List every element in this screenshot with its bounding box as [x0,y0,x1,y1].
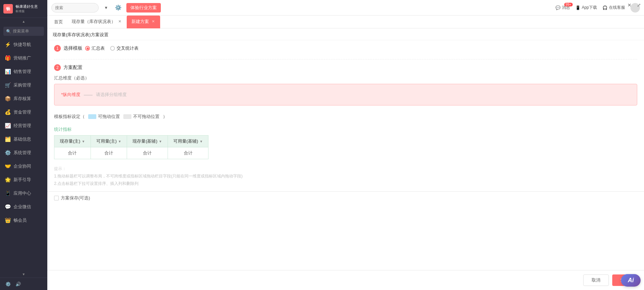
indicator-settings-section: 模板指标设定（ 可拖动位置 不可拖动位置 ） [47,114,644,126]
app-download-button[interactable]: 📱 App下载 [575,5,597,10]
sidebar-item-basic-info[interactable]: 🗂️ 基础信息 [0,132,47,146]
message-button[interactable]: 💬 消息 99+ [555,5,570,10]
sidebar-search-item[interactable]: 🔍 搜索菜单 [3,27,44,36]
sidebar-item-purchase[interactable]: 🛒 采购管理 [0,78,47,92]
sidebar-scroll-down[interactable]: ▼ [0,271,47,277]
tips-section: 提示： 1.拖动标题栏可以调整布局，不可跨维度或指标区域拖动栏目字段(只能在同一… [47,163,644,191]
section2-header: 2 方案配置 [54,64,637,71]
col-current-aux[interactable]: 现存量(基辅) ▼ [127,136,168,147]
topbar: ▼ ⚙️ 体验行业方案 💬 消息 99+ 📱 App下载 🎧 在线客服 [47,0,644,16]
statistics-section: 统计指标 现存量(主) ▼ 可用量 [47,126,644,163]
stats-table-header-row: 现存量(主) ▼ 可用量(主) ▼ [54,136,208,147]
sidebar-nav: 🔍 搜索菜单 ⚡ 快捷导航 🎁 营销推广 📊 销售管理 🛒 采购管理 📦 库存核… [0,25,47,271]
section2-title: 方案配置 [64,65,82,71]
topbar-dropdown-button[interactable]: ▼ [102,4,110,12]
tip-item-1: 1.拖动标题栏可以调整布局，不可跨维度或指标区域拖动栏目字段(只能在同一维度或指… [54,173,637,179]
radio-summary-circle [85,46,90,51]
content-area: 现存量(库存状况表)方案设置 1 选择模板 汇总表 交叉统计表 [47,28,644,270]
bottom-action-bar: 取消 查询 [47,270,644,290]
stats-cell-0: 合计 [54,147,91,159]
col-current-main[interactable]: 现存量(主) ▼ [54,136,91,147]
app-center-icon: 📱 [5,190,11,196]
section-plan-config: 2 方案配置 汇总维度（必选） *纵向维度 —— 请选择分组维度 [47,59,644,114]
dim-required-label: *纵向维度 [61,92,80,98]
system-icon: ⚙️ [5,150,11,156]
expand-window-icon[interactable]: ⤢ [635,1,643,9]
sidebar-item-sales[interactable]: 📊 销售管理 [0,65,47,78]
sidebar-item-system[interactable]: ⚙️ 系统管理 [0,146,47,160]
tab-new-plan[interactable]: 新建方案 ✕ [127,16,160,28]
dim-placeholder-text: 请选择分组维度 [96,92,127,98]
stats-cell-3: 合计 [168,147,208,159]
dim-section-label: 汇总维度（必选） [54,75,637,81]
tab-inventory-status[interactable]: 现存量（库存状况表） ✕ [67,16,127,28]
message-icon: 💬 [555,5,561,10]
tabs-bar: 首页 现存量（库存状况表） ✕ 新建方案 ✕ [47,16,644,28]
indicator-settings-label: 模板指标设定（ 可拖动位置 不可拖动位置 ） [54,114,637,120]
tab-new-plan-close-icon[interactable]: ✕ [151,19,155,24]
section1-title: 选择模板 [64,45,82,51]
non-draggable-position-indicator [123,114,131,119]
checkbox-box [54,196,59,200]
main-content: ▼ ⚙️ 体验行业方案 💬 消息 99+ 📱 App下载 🎧 在线客服 首页 [47,0,644,290]
sidebar-item-app-center[interactable]: 📱 应用中心 [0,187,47,200]
radio-summary-table[interactable]: 汇总表 [85,45,105,51]
template-radio-group: 汇总表 交叉统计表 [85,45,139,51]
sidebar-item-inventory[interactable]: 📦 库存核算 [0,92,47,105]
stats-cell-2: 合计 [127,147,168,159]
topbar-settings-icon[interactable]: ⚙️ [114,3,123,13]
tips-title-text: 提示： [54,166,637,172]
sales-icon: 📊 [5,69,11,75]
stats-table: 现存量(主) ▼ 可用量(主) ▼ [54,135,208,159]
finance-icon: 💰 [5,109,11,115]
sidebar-scroll-up[interactable]: ▲ [0,18,47,25]
col-available-aux[interactable]: 可用量(基辅) ▼ [168,136,208,147]
tip-item-2: 2.点击标题栏下拉可设置排序、插入列和删除列 [54,180,637,187]
topbar-search-input[interactable] [51,3,99,13]
stats-cell-1: 合计 [91,147,127,159]
trial-industry-button[interactable]: 体验行业方案 [126,3,161,13]
app-logo-icon: 畅 [3,4,13,14]
inventory-icon: 📦 [5,96,11,102]
section-template: 1 选择模板 汇总表 交叉统计表 [47,40,644,59]
search-icon: 🔍 [6,29,11,34]
sidebar-item-business[interactable]: 📈 经营管理 [0,119,47,132]
radio-cross-table[interactable]: 交叉统计表 [110,45,139,51]
col3-dropdown-icon: ▼ [199,140,203,143]
online-service-button[interactable]: 🎧 在线客服 [602,5,625,10]
basic-info-icon: 🗂️ [5,136,11,142]
sidebar-item-enterprise[interactable]: 🤝 企业协同 [0,160,47,173]
sidebar-item-wechat[interactable]: 💬 企业微信 [0,200,47,214]
stats-table-row: 合计 合计 合计 合计 [54,147,208,159]
radio-cross-circle [110,46,115,51]
dim-dash: —— [84,92,93,97]
business-icon: 📈 [5,123,11,129]
section1-header: 1 选择模板 汇总表 交叉统计表 [54,45,637,52]
cancel-button[interactable]: 取消 [583,274,609,286]
section1-number: 1 [54,45,61,52]
ai-badge[interactable]: Ai [621,274,641,287]
non-draggable-legend: 不可拖动位置 [123,114,159,120]
dimension-selection-box[interactable]: *纵向维度 —— 请选择分组维度 [54,84,637,105]
col0-dropdown-icon: ▼ [82,140,85,143]
purchase-icon: 🛒 [5,82,11,88]
save-plan-checkbox[interactable]: 方案保存(可选) [54,195,90,201]
tab-inventory-close-icon[interactable]: ✕ [117,19,122,24]
sidebar-item-newbie[interactable]: 🌟 新手引导 [0,173,47,187]
tab-home[interactable]: 首页 [50,16,67,28]
col-available-main[interactable]: 可用量(主) ▼ [91,136,127,147]
enterprise-icon: 🤝 [5,163,11,169]
col1-dropdown-icon: ▼ [118,140,121,143]
sidebar-bottom-bar: ⚙️ 🔊 [0,277,47,290]
settings-icon[interactable]: ⚙️ [5,281,11,287]
close-window-icon[interactable]: ✕ [626,1,633,9]
speaker-icon[interactable]: 🔊 [15,281,22,287]
app-name-text: 畅康通好生意 标准版 [16,4,38,13]
quick-nav-icon: ⚡ [5,42,11,48]
sidebar-item-quick-nav[interactable]: ⚡ 快捷导航 [0,38,47,51]
col2-dropdown-icon: ▼ [159,140,162,143]
sidebar-item-finance[interactable]: 💰 资金管理 [0,105,47,119]
sidebar-item-membership[interactable]: 👑 畅会员 [0,214,47,227]
sidebar-item-marketing[interactable]: 🎁 营销推广 [0,51,47,65]
form-footer: 方案保存(可选) [47,191,644,204]
